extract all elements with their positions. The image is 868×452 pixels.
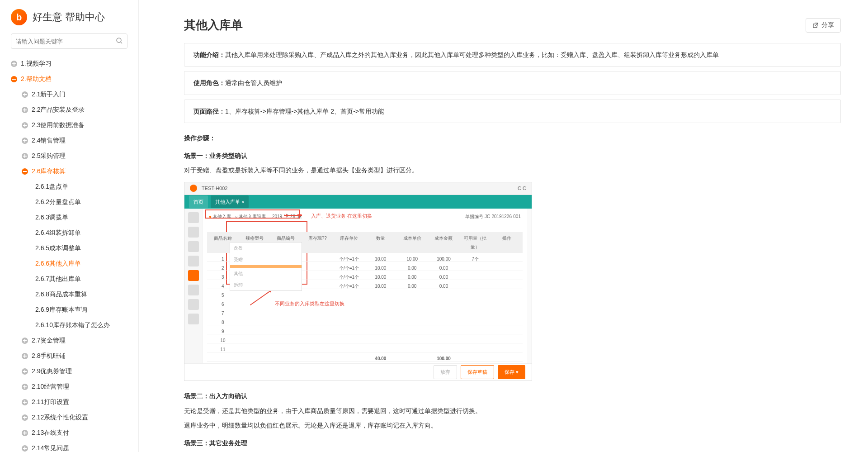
ss-docno-label: 单据编号 xyxy=(465,214,483,219)
nav-2-6-2[interactable]: 2.6.2分量盘点单 xyxy=(0,195,138,210)
plus-icon xyxy=(22,368,28,375)
ss-main: ● 其他入库 ○ 其他入库退库 2019-12-26 📅 单据编号 JC-201… xyxy=(203,209,527,363)
nav-label: 2.12系统个性化设置 xyxy=(32,414,88,422)
nav-2-8[interactable]: 2.8手机旺铺 xyxy=(0,348,138,364)
nav-2-6-9[interactable]: 2.6.9库存账本查询 xyxy=(0,302,138,318)
nav-help-docs[interactable]: 2.帮助文档 xyxy=(0,71,138,87)
nav-2-6-8[interactable]: 2.6.8商品成本重算 xyxy=(0,287,138,302)
nav-label: 2.8手机旺铺 xyxy=(32,352,66,360)
nav-2-6[interactable]: 2.6库存核算 xyxy=(0,164,138,179)
nav-label: 2.9优惠券管理 xyxy=(32,367,72,376)
nav-label: 2.11打印设置 xyxy=(32,398,69,406)
plus-icon xyxy=(22,384,28,390)
ss-save-button: 保存 ▾ xyxy=(498,365,525,379)
plus-icon xyxy=(22,399,28,405)
nav-2-2[interactable]: 2.2产品安装及登录 xyxy=(0,102,138,118)
nav-label: 1.视频学习 xyxy=(21,60,52,68)
plus-icon xyxy=(22,338,28,344)
ss-cancel-button: 放弃 xyxy=(434,365,457,379)
plus-icon xyxy=(22,353,28,359)
plus-icon xyxy=(22,153,28,159)
nav-2-6-6[interactable]: 2.6.6其他入库单 xyxy=(0,256,138,271)
nav-2-1[interactable]: 2.1新手入门 xyxy=(0,87,138,102)
nav-2-6-3[interactable]: 2.6.3调拨单 xyxy=(0,210,138,225)
nav-2-6-7[interactable]: 2.6.7其他出库单 xyxy=(0,271,138,287)
nav-2-6-4[interactable]: 2.6.4组装拆卸单 xyxy=(0,225,138,241)
nav-2-13[interactable]: 2.13在线支付 xyxy=(0,425,138,441)
logo-icon: b xyxy=(11,9,27,25)
nav-2-14[interactable]: 2.14常见问题 xyxy=(0,441,138,452)
sidebar: b 好生意 帮助中心 1.视频学习 2.帮助文档 2.1新手入门 2.2产品安装… xyxy=(0,0,139,452)
ss-docno: JC-20191226-001 xyxy=(485,214,521,219)
nav-2-6-10[interactable]: 2.6.10库存账本错了怎么办 xyxy=(0,318,138,333)
nav-label: 2.6.5成本调整单 xyxy=(35,244,81,252)
ss-annotation-1: 入库、退货业务 在这里切换 xyxy=(311,211,372,221)
nav-2-6-5[interactable]: 2.6.5成本调整单 xyxy=(0,241,138,256)
ss-dropdown: 盘盈 受赠 其他 拆卸 xyxy=(230,242,302,291)
info-intro-text: 其他入库单用来处理除采购入库、产成品入库之外的其他入库业务，因此其他入库单可处理… xyxy=(225,51,719,58)
scene1-title: 场景一：业务类型确认 xyxy=(184,150,841,162)
share-label: 分享 xyxy=(821,21,834,29)
page-title: 其他入库单 xyxy=(184,17,243,33)
nav-2-12[interactable]: 2.12系统个性化设置 xyxy=(0,410,138,425)
ss-topbar: TEST-H002 C C xyxy=(184,182,532,195)
nav-2-3[interactable]: 2.3使用前数据准备 xyxy=(0,118,138,133)
nav-label: 2.6库存核算 xyxy=(32,167,66,176)
nav-label: 2.6.1盘点单 xyxy=(35,183,68,191)
search-box xyxy=(11,33,127,49)
info-intro: 功能介绍：其他入库单用来处理除采购入库、产成品入库之外的其他入库业务，因此其他入… xyxy=(184,43,841,67)
search-icon[interactable] xyxy=(116,37,123,46)
nav-2-5[interactable]: 2.5采购管理 xyxy=(0,148,138,164)
nav-2-9[interactable]: 2.9优惠券管理 xyxy=(0,364,138,379)
ss-logo-icon xyxy=(190,185,197,192)
logo-text: 好生意 帮助中心 xyxy=(33,10,105,24)
nav-2-10[interactable]: 2.10经营管理 xyxy=(0,379,138,395)
nav-label: 2.14常见问题 xyxy=(32,444,69,452)
nav-2-11[interactable]: 2.11打印设置 xyxy=(0,395,138,410)
plus-icon xyxy=(22,414,28,421)
info-role-label: 使用角色： xyxy=(193,79,225,86)
nav-label: 2.1新手入门 xyxy=(32,90,66,99)
nav-label: 2.6.7其他出库单 xyxy=(35,275,81,283)
info-intro-label: 功能介绍： xyxy=(193,51,225,58)
nav-label: 2.6.6其他入库单 xyxy=(35,260,81,268)
logo-row: b 好生意 帮助中心 xyxy=(0,9,138,33)
scene1-text: 对于受赠、盘盈或是拆装入库等不同的业务，是通过单据头【业务类型】进行区分。 xyxy=(184,164,841,176)
minus-icon xyxy=(22,168,28,175)
nav-tree: 1.视频学习 2.帮助文档 2.1新手入门 2.2产品安装及登录 2.3使用前数… xyxy=(0,56,138,452)
info-role: 使用角色：通常由仓管人员维护 xyxy=(184,71,841,95)
scene3-title: 场景三：其它业务处理 xyxy=(184,437,841,449)
nav-label: 2.3使用前数据准备 xyxy=(32,121,85,129)
plus-icon xyxy=(11,61,17,67)
info-path: 页面路径：1、库存核算->库存管理->其他入库单 2、首页->常用功能 xyxy=(184,100,841,123)
content-body: 操作步骤： 场景一：业务类型确认 对于受赠、盘盈或是拆装入库等不同的业务，是通过… xyxy=(184,132,841,452)
plus-icon xyxy=(22,107,28,113)
search-input[interactable] xyxy=(11,33,127,49)
ss-user: C C xyxy=(518,184,526,193)
svg-line-1 xyxy=(121,42,122,43)
plus-icon xyxy=(22,445,28,452)
plus-icon xyxy=(22,138,28,144)
ss-leftbar xyxy=(184,209,203,363)
ss-tab-doc: 其他入库单 × xyxy=(211,195,249,209)
plus-icon xyxy=(22,430,28,436)
share-icon xyxy=(812,22,819,29)
ss-account: TEST-H002 xyxy=(202,184,227,193)
ss-bottom-bar: 放弃 保存草稿 保存 ▾ xyxy=(184,363,532,381)
nav-label: 2.帮助文档 xyxy=(21,75,52,83)
share-button[interactable]: 分享 xyxy=(806,18,841,33)
nav-label: 2.6.8商品成本重算 xyxy=(35,290,87,299)
ss-tab-home: 首页 xyxy=(189,195,208,209)
nav-label: 2.4销售管理 xyxy=(32,137,66,145)
plus-icon xyxy=(22,122,28,128)
ss-tabbar: 首页 其他入库单 × xyxy=(184,195,532,209)
nav-2-7[interactable]: 2.7资金管理 xyxy=(0,333,138,348)
svg-point-0 xyxy=(117,38,121,43)
nav-2-4[interactable]: 2.4销售管理 xyxy=(0,133,138,148)
nav-label: 2.5采购管理 xyxy=(32,152,66,160)
nav-2-6-1[interactable]: 2.6.1盘点单 xyxy=(0,179,138,195)
nav-label: 2.6.9库存账本查询 xyxy=(35,306,87,314)
nav-video-learning[interactable]: 1.视频学习 xyxy=(0,56,138,71)
nav-label: 2.6.3调拨单 xyxy=(35,214,68,222)
nav-label: 2.7资金管理 xyxy=(32,337,66,345)
